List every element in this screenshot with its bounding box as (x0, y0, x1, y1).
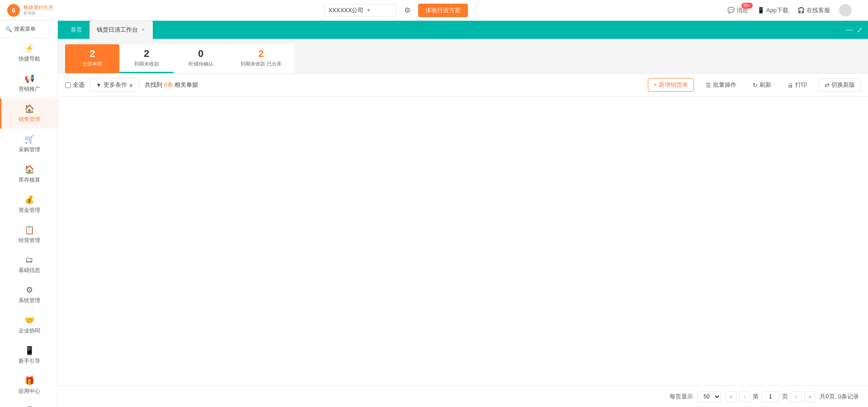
switch-label: 切换新版 (831, 81, 855, 89)
sidebar-item-label: 采购管理 (19, 146, 40, 154)
stat-tab-all[interactable]: 2 全部单据 (65, 44, 119, 73)
service-icon: 🎧 (797, 7, 805, 14)
sidebar-item-quick-nav[interactable]: ⚡ 快捷导航 (0, 38, 57, 68)
filter-label: 更多条件 (104, 81, 127, 89)
sidebar-item-label: 资金管理 (19, 206, 40, 214)
sidebar-item-system[interactable]: ⚙ 系统管理 (0, 280, 57, 310)
empty-content-area (58, 97, 868, 385)
sidebar-item-label: 新手引导 (19, 357, 40, 365)
filter-button[interactable]: ▼ 更多条件 ∨ (90, 78, 139, 92)
stat-label-overdue: 到期未收款 (134, 61, 159, 67)
sidebar-item-label: 销售管理 (19, 116, 40, 123)
toolbar: 全选 ▼ 更多条件 ∨ 共找到 0条 相关单据 + 新增销货单 ☰ 批量操作 (58, 74, 868, 97)
sales-icon: 🏠 (24, 104, 34, 114)
batch-button[interactable]: ☰ 批量操作 (701, 79, 741, 91)
sidebar-item-capital[interactable]: 💰 资金管理 (0, 189, 57, 220)
stat-tab-overdue[interactable]: 2 到期未收款 (119, 44, 174, 73)
top-header: 6 畅捷通好生意 标准版 XXXXXX公司 ▼ ⚙ 体验行业方案 💬 消息 99… (0, 0, 868, 21)
app-download-button[interactable]: 📱 App下载 (757, 6, 788, 14)
logo-badge: 标准版 (24, 10, 53, 16)
tab-home[interactable]: 首页 (63, 21, 90, 39)
sidebar-item-enterprise[interactable]: 🤝 企业协同 (0, 310, 57, 340)
page-number-input[interactable] (761, 391, 779, 402)
sidebar: 🔍 搜索菜单 ⚡ 快捷导航 📢 营销推广 🏠 销售管理 🛒 采购管理 🏠 库存核… (0, 21, 58, 407)
minimize-icon[interactable]: — (846, 26, 853, 34)
found-info: 共找到 0条 相关单据 (145, 81, 198, 89)
page-size-select[interactable]: 50 (698, 391, 721, 402)
online-service-button[interactable]: 🎧 在线客服 (797, 6, 830, 14)
next-page-button[interactable]: › (791, 391, 802, 402)
enterprise-icon: 🤝 (24, 315, 34, 325)
newbie-icon: 📱 (24, 346, 34, 356)
tab-close-icon[interactable]: × (141, 26, 146, 34)
sidebar-item-operation[interactable]: 📋 经营管理 (0, 220, 57, 250)
inventory-icon: 🏠 (24, 164, 34, 174)
logo-area: 6 畅捷通好生意 标准版 (7, 4, 65, 17)
purchase-icon: 🛒 (24, 134, 34, 144)
basic-info-icon: 🗂 (25, 255, 33, 265)
sidebar-item-label: 基础信息 (19, 267, 40, 274)
stat-tab-overdue-shipped[interactable]: 2 到期未收款 已出库 (228, 44, 294, 73)
page-suffix-label: 页 (782, 393, 788, 401)
sidebar-item-sales[interactable]: 🏠 销售管理 (0, 98, 57, 129)
last-page-button[interactable]: » (804, 391, 815, 402)
maximize-icon[interactable]: ⤢ (857, 26, 863, 34)
pagination-bar: 每页显示 50 « ‹ 第 页 › » 共0页, 0条记录 (58, 385, 868, 407)
window-controls: — ⤢ (846, 26, 863, 34)
sidebar-item-inventory[interactable]: 🏠 库存核算 (0, 159, 57, 189)
online-service-label: 在线客服 (807, 6, 830, 14)
main-layout: 🔍 搜索菜单 ⚡ 快捷导航 📢 营销推广 🏠 销售管理 🛒 采购管理 🏠 库存核… (0, 21, 868, 407)
message-button[interactable]: 💬 消息 99+ (727, 6, 748, 14)
refresh-icon: ↻ (753, 82, 758, 89)
stat-tab-wangpu[interactable]: 0 旺铺待确认 (174, 44, 228, 73)
select-all-input[interactable] (65, 82, 71, 88)
found-suffix: 相关单据 (175, 81, 198, 88)
search-menu-button[interactable]: 🔍 搜索菜单 (0, 21, 57, 38)
sidebar-item-wechat[interactable]: 💬 企业微信 (0, 401, 57, 407)
stat-label-overdue-shipped: 到期未收款 已出库 (241, 61, 282, 67)
filter-icon: ▼ (96, 82, 102, 89)
sidebar-item-purchase[interactable]: 🛒 采购管理 (0, 129, 57, 159)
sidebar-item-label: 营销推广 (19, 85, 40, 93)
page-content: 2 全部单据 2 到期未收款 0 旺铺待确认 2 到期未收款 已出库 (58, 39, 868, 407)
logo-icon: 6 (7, 4, 20, 17)
company-selector[interactable]: XXXXXX公司 ▼ (324, 4, 396, 17)
operation-icon: 📋 (24, 225, 34, 235)
stats-tabs: 2 全部单据 2 到期未收款 0 旺铺待确认 2 到期未收款 已出库 (58, 39, 868, 74)
logo-text-block: 畅捷通好生意 标准版 (24, 4, 53, 16)
avatar[interactable] (839, 4, 852, 17)
sidebar-item-marketing[interactable]: 📢 营销推广 (0, 68, 57, 98)
refresh-label: 刷新 (760, 81, 771, 89)
new-order-button[interactable]: + 新增销货单 (648, 78, 694, 92)
search-menu-label: 搜索菜单 (14, 25, 36, 33)
stat-label-all: 全部单据 (82, 61, 102, 67)
first-page-button[interactable]: « (726, 391, 736, 402)
experience-button[interactable]: 体验行业方案 (418, 4, 468, 17)
found-count: 0条 (164, 81, 173, 88)
stat-label-wangpu: 旺铺待确认 (189, 61, 213, 67)
print-label: 打印 (795, 81, 807, 89)
batch-icon: ☰ (706, 82, 711, 89)
message-icon: 💬 (727, 7, 735, 14)
prev-page-button[interactable]: ‹ (739, 391, 750, 402)
content-area: 首页 钱货日清工作台 × — ⤢ 2 全部单据 2 到期 (58, 21, 868, 407)
tab-active[interactable]: 钱货日清工作台 × (90, 21, 153, 39)
tab-active-label: 钱货日清工作台 (97, 26, 138, 34)
sidebar-item-app-center[interactable]: 🎁 应用中心 (0, 370, 57, 401)
settings-icon[interactable]: ⚙ (401, 4, 414, 17)
sidebar-item-label: 应用中心 (19, 388, 40, 395)
switch-version-button[interactable]: ⇄ 切换新版 (819, 78, 861, 92)
stat-number-all: 2 (90, 48, 95, 60)
message-badge: 99+ (741, 3, 753, 9)
print-button[interactable]: 🖨 打印 (783, 79, 811, 91)
select-all-checkbox[interactable]: 全选 (65, 81, 85, 89)
batch-label: 批量操作 (713, 81, 736, 89)
sidebar-item-basic-info[interactable]: 🗂 基础信息 (0, 250, 57, 280)
download-icon: 📱 (757, 7, 764, 14)
total-info: 共0页, 0条记录 (820, 393, 859, 401)
refresh-button[interactable]: ↻ 刷新 (748, 79, 776, 91)
chevron-down-icon: ▼ (366, 8, 371, 13)
sidebar-item-newbie[interactable]: 📱 新手引导 (0, 340, 57, 370)
sidebar-item-label: 库存核算 (19, 176, 40, 184)
switch-icon: ⇄ (825, 82, 830, 89)
